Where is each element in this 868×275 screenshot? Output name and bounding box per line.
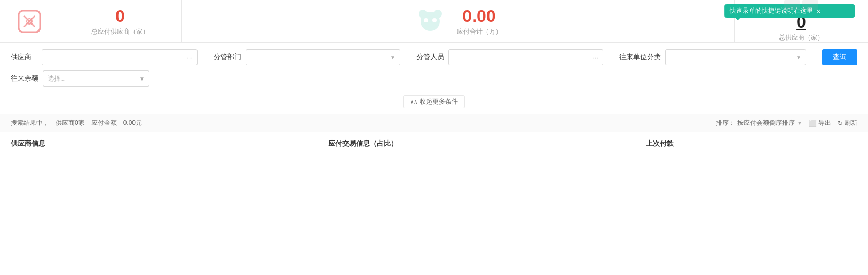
table-header: 供应商信息 应付交易信息（占比） 上次付款 — [0, 132, 868, 155]
category-select[interactable]: ▼ — [665, 49, 806, 65]
person-input[interactable]: ··· — [448, 49, 603, 65]
supplier-dots[interactable]: ··· — [187, 53, 193, 61]
collapse-btn-label: 收起更多条件 — [420, 97, 458, 106]
stat-amount-label: 应付合计（万） — [457, 27, 502, 36]
dept-select[interactable]: ▼ — [246, 49, 400, 65]
refresh-label: 刷新 — [845, 119, 857, 128]
collapse-up-icon: ∧∧ — [410, 99, 417, 105]
balance-chevron-icon: ▼ — [139, 76, 145, 82]
logo-icon — [16, 8, 43, 35]
refresh-button[interactable]: ↻ 刷新 — [838, 119, 857, 128]
col-header-transaction: 应付交易信息（占比） — [328, 139, 646, 148]
supplier-input[interactable]: ··· — [42, 49, 198, 65]
filter-row-1: 供应商 ··· 分管部门 ▼ 分管人员 ··· — [11, 49, 857, 65]
sort-label: 排序： — [716, 119, 735, 128]
person-dots[interactable]: ··· — [593, 53, 598, 61]
export-icon: ⬜ — [809, 120, 817, 127]
sort-option: 按应付会额倒序排序 — [737, 119, 795, 128]
results-info: 搜索结果中， 供应商0家 应付金额 0.00元 — [11, 119, 142, 128]
col-transaction-label: 应付交易信息（占比） — [328, 139, 398, 147]
category-chevron-icon: ▼ — [796, 54, 801, 60]
col-supplier-label: 供应商信息 — [11, 139, 45, 147]
dept-label: 分管部门 — [214, 52, 241, 62]
svg-point-8 — [432, 18, 437, 22]
balance-select[interactable]: 选择... ▼ — [43, 70, 149, 87]
collapse-row: ∧∧ 收起更多条件 — [11, 92, 857, 114]
filter-category: 往来单位分类 ▼ — [619, 49, 806, 65]
stat-payable-number: 0 — [115, 6, 125, 26]
refresh-icon: ↻ — [838, 120, 843, 127]
svg-point-9 — [427, 22, 433, 27]
person-label: 分管人员 — [416, 52, 444, 62]
stat-payable-label: 总应付供应商（家） — [91, 27, 149, 36]
filter-bar: 供应商 ··· 分管部门 ▼ 分管人员 ··· — [0, 43, 868, 114]
supplier-count: 供应商0家 — [56, 119, 85, 128]
amount-value: 0.00元 — [123, 119, 142, 128]
balance-label: 往来余额 — [11, 74, 38, 83]
query-button[interactable]: 查询 — [822, 49, 857, 65]
search-prefix: 搜索结果中， — [11, 119, 49, 128]
dept-chevron-icon: ▼ — [390, 54, 396, 60]
balance-placeholder: 选择... — [48, 74, 66, 83]
filter-row-2: 往来余额 选择... ▼ — [11, 70, 857, 87]
stats-bar: 0 总应付供应商（家） 0.00 应付合计（万） 快速录单的快捷键说明在这里 × — [0, 0, 868, 43]
export-label: 导出 — [818, 119, 831, 128]
stat-total-suppliers: 快速录单的快捷键说明在这里 × 0 总供应商（家） — [735, 0, 868, 42]
col-header-supplier: 供应商信息 — [11, 139, 328, 148]
col-header-last-payment: 上次付款 — [646, 139, 858, 148]
category-label: 往来单位分类 — [619, 52, 661, 62]
collapse-button[interactable]: ∧∧ 收起更多条件 — [403, 95, 465, 108]
table-body — [0, 155, 868, 262]
filter-supplier: 供应商 ··· — [11, 49, 198, 65]
results-bar: 搜索结果中， 供应商0家 应付金额 0.00元 排序： 按应付会额倒序排序 ▼ … — [0, 114, 868, 132]
col-last-payment-label: 上次付款 — [646, 139, 674, 147]
stat-amount-number: 0.00 — [462, 6, 495, 26]
supplier-label: 供应商 — [11, 52, 37, 62]
filter-dept: 分管部门 ▼ — [214, 49, 400, 65]
sort-chevron-icon: ▼ — [797, 120, 802, 126]
stat-suppliers-label: 总供应商（家） — [779, 33, 824, 42]
export-button[interactable]: ⬜ 导出 — [809, 119, 831, 128]
svg-point-6 — [433, 10, 442, 18]
stat-total-payable: 0 总应付供应商（家） — [59, 0, 182, 42]
amount-label: 应付金额 — [91, 119, 117, 128]
svg-point-5 — [419, 10, 427, 18]
sort-select[interactable]: 排序： 按应付会额倒序排序 ▼ — [716, 119, 802, 128]
svg-point-7 — [424, 18, 428, 22]
bear-icon — [414, 5, 446, 37]
results-actions: 排序： 按应付会额倒序排序 ▼ ⬜ 导出 ↻ 刷新 — [716, 119, 857, 128]
filter-person: 分管人员 ··· — [416, 49, 603, 65]
filter-balance: 往来余额 选择... ▼ — [11, 70, 182, 87]
